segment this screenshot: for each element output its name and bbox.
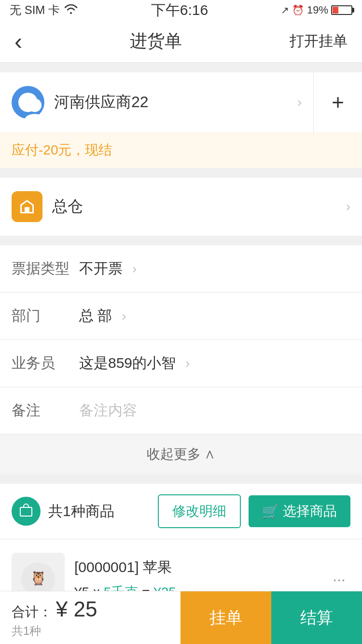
salesperson-row[interactable]: 业务员 这是859的小智 › [0,340,362,387]
total-count: 共1种 [12,623,169,639]
warehouse-icon [12,191,42,222]
chevron-sales-icon: › [185,356,190,371]
edit-detail-button[interactable]: 修改明细 [158,494,241,528]
invoice-type-row[interactable]: 票据类型 不开票 › [0,245,362,292]
chevron-right-icon: › [297,95,302,110]
status-time: 下午6:16 [151,0,208,20]
gap-2 [0,168,362,178]
open-pending-button[interactable]: 打开挂单 [290,31,348,51]
total-label: 合计： [12,604,52,619]
back-button[interactable]: ‹ [14,28,22,55]
product-count-label: 共1种商品 [48,502,150,521]
status-right: ↗ ⏰ 19% [281,4,352,16]
product-header: 共1种商品 修改明细 🛒 选择商品 [0,484,362,539]
product-cart-icon [12,497,41,526]
location-icon: ↗ [281,4,289,16]
remark-label: 备注 [12,401,79,420]
checkout-button[interactable]: 结算 [271,591,362,644]
invoice-type-value: 不开票 [79,259,123,279]
supplier-select[interactable]: 河南供应商22 › [0,72,314,132]
remark-row[interactable]: 备注 备注内容 [0,387,362,434]
chevron-dept-icon: › [122,308,126,324]
carrier-text: 无 SIM 卡 [10,2,60,18]
total-amount: ¥ 25 [56,597,97,621]
gap-3 [0,236,362,245]
battery-icon [331,5,352,15]
nav-bar: ‹ 进货单 打开挂单 [0,20,362,63]
product-title: 苹果 [143,559,172,575]
gap-4 [0,474,362,484]
status-bar: 无 SIM 卡 下午6:16 ↗ ⏰ 19% [0,0,362,20]
svg-rect-3 [20,507,32,516]
supplier-section: 河南供应商22 › + [0,72,362,132]
cart-icon: 🛒 [262,504,279,519]
collapse-bar[interactable]: 收起更多 ∧ [0,434,362,474]
department-value: 总 部 [79,306,112,326]
warehouse-row[interactable]: 总仓 › [0,178,362,236]
svg-point-1 [24,114,45,126]
product-more-button[interactable]: ··· [328,566,350,593]
hold-button[interactable]: 挂单 [181,591,271,644]
product-name: [0000001] 苹果 [74,558,318,577]
warehouse-label: 总仓 [52,196,341,217]
gap-1 [0,63,362,72]
remark-placeholder[interactable]: 备注内容 [79,401,350,420]
select-product-button[interactable]: 🛒 选择商品 [249,495,350,527]
footer-total-line: 合计： ¥ 25 [12,597,169,621]
notice-bar: 应付-20元，现结 [0,132,362,168]
wifi-icon [64,3,78,17]
department-label: 部门 [12,306,79,326]
select-product-label: 选择商品 [283,502,337,520]
svg-text:🦉: 🦉 [30,570,47,586]
chevron-invoice-icon: › [132,261,137,277]
status-carrier: 无 SIM 卡 [10,2,78,18]
footer-total: 合计： ¥ 25 共1种 [0,597,181,639]
product-code: [0000001] [74,559,143,575]
department-row[interactable]: 部门 总 部 › [0,293,362,339]
add-supplier-button[interactable]: + [314,90,362,114]
chevron-warehouse-icon: › [346,199,350,214]
alarm-icon: ⏰ [292,4,304,16]
battery-percent: 19% [307,4,328,16]
invoice-type-label: 票据类型 [12,259,79,279]
svg-rect-2 [25,207,29,212]
svg-point-0 [28,98,42,112]
salesperson-label: 业务员 [12,353,79,373]
footer: 合计： ¥ 25 共1种 挂单 结算 [0,591,362,644]
supplier-name: 河南供应商22 [54,92,292,113]
supplier-avatar [12,86,44,119]
page-title: 进货单 [130,29,182,53]
salesperson-value: 这是859的小智 [79,353,176,373]
avatar-inner [18,93,38,112]
